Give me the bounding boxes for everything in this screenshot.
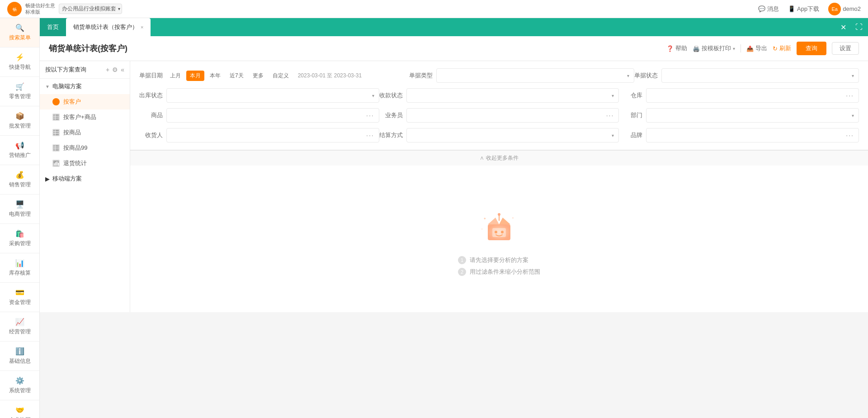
export-icon: 📤: [746, 45, 754, 52]
sidebar-item-quick-nav[interactable]: ⚡ 快捷导航: [0, 48, 39, 77]
product-filter-item: 商品 ···: [139, 108, 379, 123]
department-filter-item: 部门 ▾: [619, 108, 859, 123]
scheme-item-by-product99[interactable]: 按商品99: [40, 140, 130, 156]
sidebar-item-marketing[interactable]: 📢 营销推广: [0, 136, 39, 165]
sidebar-item-operation[interactable]: 📈 经营管理: [0, 312, 39, 342]
page-header-actions: ❓ 帮助 🖨️ 按模板打印 ▾ 📤 导出 ↻ 刷新: [666, 42, 859, 55]
marketing-icon: 📢: [15, 141, 24, 150]
print-icon: 🖨️: [693, 45, 700, 52]
message-button[interactable]: 💬 消息: [758, 5, 779, 13]
out-status-filter-item: 出库状态 ▾: [139, 88, 379, 103]
date-tab-this-month[interactable]: 本月: [186, 71, 204, 81]
date-tab-7days[interactable]: 近7天: [226, 71, 247, 81]
filter-row-1: 单据日期 上月 本月 本年 近7天 更多 自定义: [139, 68, 859, 83]
scheme-desktop-group-title[interactable]: ▼ 电脑端方案: [40, 79, 130, 94]
sidebar-item-enterprise[interactable]: 🤝 企业协同: [0, 400, 39, 418]
svg-rect-16: [55, 162, 56, 166]
sidebar-item-ecommerce[interactable]: 🖥️ 电商管理: [0, 195, 39, 224]
content-area: 首页 销货单统计表（按客户） × ✕ ⛶ 销货单统计表(按客户) ❓ 帮助: [40, 18, 868, 418]
svg-point-22: [501, 231, 504, 233]
scheme-item-by-customer[interactable]: ● 按客户: [40, 94, 130, 109]
scheme-mobile-group-title[interactable]: ▶ 移动端方案: [40, 171, 130, 186]
sidebar-item-wholesale[interactable]: 📦 批发管理: [0, 106, 39, 136]
svg-rect-17: [57, 162, 57, 166]
refresh-button[interactable]: ↻ 刷新: [773, 44, 791, 52]
sidebar-item-inventory[interactable]: 📊 库存核算: [0, 253, 39, 283]
sidebar-item-sales[interactable]: 💰 销售管理: [0, 165, 39, 195]
filter-row-3: 商品 ··· 业务员 ···: [139, 108, 859, 123]
settings-button[interactable]: 设置: [832, 42, 859, 55]
scheme-collapse-button[interactable]: «: [121, 66, 124, 73]
scheme-settings-button[interactable]: ⚙: [112, 66, 118, 73]
app-download-button[interactable]: 📱 App下载: [788, 5, 819, 13]
app-dropdown[interactable]: 办公用品行业模拟账套: [59, 4, 122, 14]
retail-icon: 🛒: [15, 82, 24, 91]
date-tab-custom[interactable]: 自定义: [269, 71, 292, 81]
scheme-item-by-return[interactable]: 退货统计: [40, 156, 130, 171]
brand-select[interactable]: ···: [646, 128, 859, 142]
user-menu[interactable]: Ea demo2: [828, 3, 861, 15]
sidebar-item-search-menu[interactable]: 🔍 搜索菜单: [0, 18, 39, 48]
scheme-add-button[interactable]: +: [106, 66, 109, 73]
date-tab-more[interactable]: 更多: [249, 71, 267, 81]
mobile-arrow-icon: ▶: [45, 176, 50, 182]
hint-num-1: 1: [458, 256, 466, 264]
salesperson-select[interactable]: ···: [406, 108, 619, 123]
scheme-item-by-product[interactable]: 按商品: [40, 125, 130, 140]
scheme-panel: 按以下方案查询 + ⚙ « ▼ 电脑端方案 ●: [40, 61, 130, 312]
sidebar-item-finance[interactable]: 💳 资金管理: [0, 283, 39, 312]
receive-status-select[interactable]: ▾: [406, 88, 619, 103]
page-content: 销货单统计表(按客户) ❓ 帮助 🖨️ 按模板打印 ▾ 📤 导出: [40, 36, 868, 418]
tab-maximize-button[interactable]: ⛶: [850, 23, 868, 31]
inventory-icon: 📊: [15, 259, 24, 267]
app-logo-icon: 畅: [7, 2, 22, 16]
scheme-customer-product-icon: [52, 114, 60, 121]
scheme-header-actions: + ⚙ «: [106, 66, 124, 73]
sidebar-item-purchase[interactable]: 🛍️ 采购管理: [0, 224, 39, 253]
doc-type-select[interactable]: ▾: [436, 68, 634, 83]
receiver-select[interactable]: ···: [166, 128, 379, 142]
sidebar-item-basic[interactable]: ℹ️ 基础信息: [0, 342, 39, 371]
warehouse-select[interactable]: ···: [646, 88, 859, 103]
logo-area: 畅 畅捷信好生意 标准版 办公用品行业模拟账套: [7, 2, 122, 16]
scheme-customer-icon: ●: [52, 98, 60, 105]
tab-home[interactable]: 首页: [40, 18, 66, 36]
tab-bar: 首页 销货单统计表（按客户） × ✕ ⛶: [40, 18, 868, 36]
username: demo2: [843, 5, 861, 12]
top-header: 畅 畅捷信好生意 标准版 办公用品行业模拟账套 💬 消息 📱 App下载 Ea …: [0, 0, 868, 18]
filter-section: 单据日期 上月 本月 本年 近7天 更多 自定义: [130, 61, 868, 150]
date-tab-this-year[interactable]: 本年: [206, 71, 224, 81]
date-tab-last-month[interactable]: 上月: [166, 71, 184, 81]
print-button[interactable]: 🖨️ 按模板打印 ▾: [693, 44, 741, 52]
product-select[interactable]: ···: [166, 108, 379, 123]
date-filter-item: 单据日期 上月 本月 本年 近7天 更多 自定义: [139, 71, 409, 81]
collapse-bar[interactable]: ∧ 收起更多条件: [130, 150, 868, 166]
svg-text:✦: ✦: [483, 217, 486, 221]
svg-rect-2: [53, 114, 59, 120]
tab-close-button[interactable]: ×: [141, 24, 143, 30]
department-select[interactable]: ▾: [646, 108, 859, 123]
sidebar-item-system[interactable]: ⚙️ 系统管理: [0, 371, 39, 400]
query-button[interactable]: 查询: [797, 42, 826, 55]
svg-rect-6: [53, 130, 59, 135]
doc-type-dropdown-icon: ▾: [627, 73, 629, 78]
out-status-dropdown-icon: ▾: [372, 93, 374, 98]
help-button[interactable]: ❓ 帮助: [666, 44, 687, 52]
settlement-label: 结算方式: [379, 131, 406, 139]
scheme-product99-icon: [52, 144, 60, 152]
svg-rect-10: [53, 145, 59, 151]
sidebar-item-retail[interactable]: 🛒 零售管理: [0, 77, 39, 106]
system-icon: ⚙️: [15, 376, 24, 385]
sales-icon: 💰: [15, 171, 24, 179]
tab-active[interactable]: 销货单统计表（按客户） ×: [66, 18, 151, 36]
settlement-select[interactable]: ▾: [406, 128, 619, 142]
doc-status-select[interactable]: ▾: [661, 68, 859, 83]
receive-status-label: 收款状态: [379, 91, 406, 100]
filter-row-4: 收货人 ··· 结算方式 ▾: [139, 128, 859, 142]
tab-window-close[interactable]: ✕: [837, 23, 850, 32]
receiver-filter-item: 收货人 ···: [139, 128, 379, 142]
out-status-select[interactable]: ▾: [166, 88, 379, 103]
scheme-item-by-customer-product[interactable]: 按客户+商品: [40, 109, 130, 125]
out-status-label: 出库状态: [139, 91, 166, 100]
export-button[interactable]: 📤 导出: [746, 44, 767, 52]
